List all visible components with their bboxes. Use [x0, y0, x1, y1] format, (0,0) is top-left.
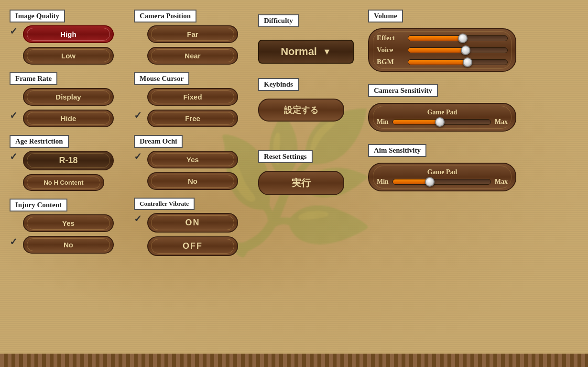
check-dream-yes: ✓ [134, 151, 142, 162]
keybinds-label: Keybinds [258, 78, 299, 91]
mouse-cursor-section: Mouse Cursor Fixed ✓ Free [134, 72, 249, 127]
camera-sens-thumb[interactable] [435, 117, 445, 127]
camera-sens-max: Max [495, 118, 508, 126]
check-r18: ✓ [10, 151, 18, 162]
mouse-cursor-label: Mouse Cursor [134, 72, 189, 85]
volume-sliders-box: Effect Voice BGM [368, 28, 516, 72]
aim-sens-gamepad-label: Game Pad [377, 168, 508, 176]
voice-track[interactable] [408, 47, 508, 53]
column-3: Difficulty Normal ▼ Keybinds 設定する Reset … [253, 6, 363, 353]
mouse-fixed-row: Fixed [134, 88, 249, 106]
camera-position-section: Camera Position Far Near [134, 10, 249, 65]
camera-sensitivity-slider-row: Min Max [377, 118, 508, 126]
bgm-fill [408, 60, 468, 65]
frame-rate-label: Frame Rate [10, 72, 57, 85]
age-noh-btn[interactable]: No H Content [23, 174, 104, 191]
reset-settings-label: Reset Settings [258, 150, 313, 163]
image-quality-low-row: Low [10, 47, 124, 65]
injury-content-label: Injury Content [10, 199, 67, 211]
check-injury-no: ✓ [10, 236, 18, 247]
dream-no-row: No [134, 172, 249, 190]
camera-sensitivity-box: Game Pad Min Max [368, 103, 516, 132]
aim-sens-thumb[interactable] [425, 177, 435, 187]
aim-sensitivity-section: Aim Sensitivity Game Pad Min Max [368, 144, 521, 196]
voice-thumb[interactable] [461, 45, 470, 55]
camera-sens-fill [393, 120, 440, 124]
camera-sensitivity-label: Camera Sensitivity [368, 84, 438, 97]
column-2: Camera Position Far Near Mouse Cursor Fi… [129, 6, 253, 353]
bgm-track[interactable] [408, 59, 508, 65]
camera-position-label: Camera Position [134, 10, 196, 22]
check-high: ✓ [10, 25, 18, 37]
mouse-free-row: ✓ Free [134, 110, 249, 127]
aim-sensitivity-top: Game Pad [377, 168, 508, 176]
check-free: ✓ [134, 110, 142, 121]
bgm-slider-row: BGM [377, 58, 508, 66]
aim-sens-min: Min [377, 178, 389, 186]
camera-sens-track[interactable] [392, 119, 491, 125]
age-restriction-label: Age Restriction [10, 135, 69, 148]
age-r18-btn[interactable]: R-18 [23, 151, 114, 170]
dream-yes-btn[interactable]: Yes [147, 151, 238, 168]
mouse-fixed-btn[interactable]: Fixed [147, 88, 238, 106]
aim-sens-track[interactable] [392, 179, 491, 185]
camera-sens-min: Min [377, 118, 389, 126]
aim-sens-max: Max [495, 178, 508, 186]
age-r18-row: ✓ R-18 [10, 151, 124, 170]
aim-sensitivity-box: Game Pad Min Max [368, 163, 516, 191]
effect-thumb[interactable] [458, 33, 468, 43]
difficulty-value: Normal [281, 45, 317, 58]
effect-fill [408, 36, 463, 41]
check-vibrate-on: ✓ [134, 213, 142, 224]
camera-far-row: Far [134, 25, 249, 43]
frame-rate-hide-btn[interactable]: Hide [23, 110, 114, 127]
camera-sens-gamepad-label: Game Pad [377, 109, 508, 116]
frame-rate-section: Frame Rate Display ✓ Hide [10, 72, 124, 127]
difficulty-dropdown[interactable]: Normal ▼ [258, 40, 354, 64]
age-noh-row: No H Content [10, 174, 124, 191]
bgm-thumb[interactable] [463, 57, 472, 67]
controller-vibrate-label: Controller Vibrate [134, 198, 195, 210]
injury-yes-row: Yes [10, 214, 124, 232]
camera-near-btn[interactable]: Near [147, 47, 238, 65]
reset-settings-section: Reset Settings 実行 [258, 150, 344, 195]
aim-sens-fill [393, 179, 430, 184]
check-hide: ✓ [10, 110, 18, 121]
difficulty-arrow-icon: ▼ [323, 47, 331, 57]
frame-rate-display-row: Display [10, 88, 124, 106]
frame-rate-display-btn[interactable]: Display [23, 88, 114, 106]
aim-sensitivity-slider-row: Min Max [377, 178, 508, 186]
camera-near-row: Near [134, 47, 249, 65]
injury-yes-btn[interactable]: Yes [23, 214, 114, 232]
image-quality-high-row: ✓ High [10, 25, 124, 43]
vibrate-off-row: OFF [134, 236, 249, 256]
aim-sensitivity-label: Aim Sensitivity [368, 144, 426, 157]
image-quality-high-btn[interactable]: High [23, 25, 114, 43]
keybinds-section: Keybinds 設定する [258, 78, 344, 122]
injury-no-row: ✓ No [10, 236, 124, 254]
main-layout: Image Quality ✓ High Low Frame Rate Disp… [0, 0, 588, 367]
voice-slider-row: Voice [377, 46, 508, 54]
difficulty-section: Difficulty Normal ▼ [258, 14, 354, 64]
voice-fill [408, 48, 466, 53]
dream-no-btn[interactable]: No [147, 172, 238, 190]
controller-vibrate-section: Controller Vibrate ✓ ON OFF [134, 198, 249, 256]
effect-slider-row: Effect [377, 34, 508, 42]
vibrate-on-row: ✓ ON [134, 213, 249, 233]
vibrate-off-btn[interactable]: OFF [147, 236, 238, 256]
reset-execute-button[interactable]: 実行 [258, 171, 344, 195]
keybinds-button[interactable]: 設定する [258, 99, 344, 122]
mouse-free-btn[interactable]: Free [147, 110, 238, 127]
image-quality-low-btn[interactable]: Low [23, 47, 114, 65]
dream-ochi-label: Dream Ochi [134, 135, 183, 148]
injury-no-btn[interactable]: No [23, 236, 114, 254]
column-1: Image Quality ✓ High Low Frame Rate Disp… [5, 6, 129, 353]
vibrate-on-btn[interactable]: ON [147, 213, 238, 233]
injury-content-section: Injury Content Yes ✓ No [10, 199, 124, 254]
dream-ochi-section: Dream Ochi ✓ Yes No [134, 135, 249, 190]
dream-yes-row: ✓ Yes [134, 151, 249, 168]
camera-far-btn[interactable]: Far [147, 25, 238, 43]
effect-track[interactable] [408, 35, 508, 41]
camera-sensitivity-section: Camera Sensitivity Game Pad Min Max [368, 84, 521, 136]
bgm-label: BGM [377, 58, 403, 66]
